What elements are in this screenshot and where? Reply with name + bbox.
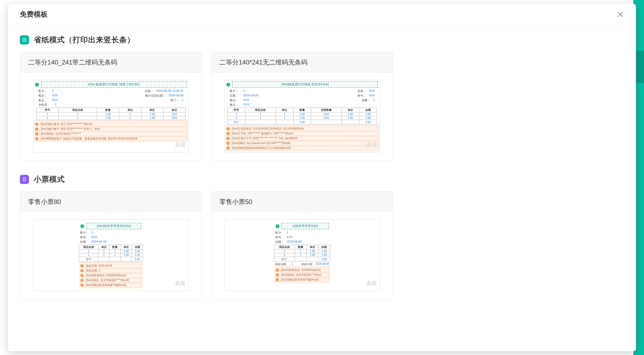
preview-title: [title]畅捷通打印模板 销货单[/title] [232, 81, 378, 88]
section-title: 小票模式 [34, 174, 65, 184]
template-card[interactable]: 零售小票50 1 e]销货单零售50[/ti 客户:1 单号:XXX 日期:20… [211, 191, 393, 299]
template-card[interactable]: 零售小票80 1 [title]销货单零售80[/title] 客户:1 单号:… [20, 191, 202, 299]
step-dot-icon: 1 [226, 83, 230, 86]
preview-title: [title] 畅捷通打印模板 销售订单[/title] [41, 81, 187, 88]
template-preview: 1 [title]畅捷通打印模板 销货单[/title] 客户：1仓库：XXX … [224, 80, 380, 153]
preview-footer: 2[foot1]联系电话: 62430001[foot1] 3[foot2]地址… [274, 266, 330, 283]
watermark: 表尾 [366, 280, 377, 287]
template-preview: 1 [title] 畅捷通打印模板 销售订单[/title] 客户：1日期：20… [33, 80, 189, 153]
card-title: 二等分140*241无二维码无条码 [211, 52, 393, 73]
watermark: 表尾 [175, 280, 186, 287]
template-preview: 1 [title]销货单零售80[/title] 客户:1 单号:XXX 日期:… [33, 219, 189, 291]
paper-saving-icon [20, 35, 29, 44]
close-icon[interactable] [617, 11, 624, 18]
preview-table: 序号商品名称单位数量包装数量单价金额 1111.00XXX1.001.00 21… [227, 108, 377, 124]
step-dot-icon: 1 [80, 224, 84, 228]
preview-title: [title]销货单零售80[/title] [86, 223, 141, 229]
card-title: 零售小票80 [20, 192, 202, 212]
card-title: 二等分140_241带二维码无条码 [20, 52, 202, 73]
modal-body[interactable]: 省纸模式（打印出来竖长条） 二等分140_241带二维码无条码 1 [title… [8, 25, 636, 351]
template-card[interactable]: 二等分140*241无二维码无条码 1 [title]畅捷通打印模板 销货单[/… [211, 52, 393, 161]
section-receipt: 小票模式 [20, 174, 624, 184]
step-dot-icon: 1 [35, 83, 39, 86]
section-paper-saving: 省纸模式（打印出来竖长条） [20, 35, 624, 45]
card-title: 零售小票50 [211, 192, 393, 212]
receipt-icon [20, 175, 29, 184]
template-card[interactable]: 二等分140_241带二维码无条码 1 [title] 畅捷通打印模板 销售订单… [20, 52, 202, 161]
preview-footer: 1[foot1] 送货电话: 010-62430001 联系电话: 010-62… [225, 125, 380, 152]
section-title: 省纸模式（打印出来竖长条） [34, 35, 135, 45]
preview-table: 商品名称数量单价金额 111.001.00 111.001.00 合计:2.00 [274, 245, 330, 262]
preview-footer: 1[foot1]银行账号: 张三 6222***********[/foot1]… [33, 120, 188, 142]
preview-title: e]销货单零售50[/ti [282, 223, 329, 229]
modal-header: 免费模板 [8, 4, 636, 25]
watermark: 表尾 [175, 141, 186, 149]
modal-title: 免费模板 [20, 10, 48, 19]
preview-table: 序号商品名称数量单位单价备注 111.0011.00XXX 211.0011.0… [36, 108, 186, 120]
step-dot-icon: 1 [276, 224, 279, 228]
preview-table: 商品名称单位数量单价金额 1111.001.00 1111.001.00 合计2… [79, 245, 143, 262]
template-preview: 1 e]销货单零售50[/ti 客户:1 单号:XXX 日期:2019-04-0… [224, 219, 380, 291]
free-template-modal: 免费模板 省纸模式（打印出来竖长条） 二等分140_241带二维码无条码 1 [… [8, 4, 636, 351]
preview-footer: 2收款日期: 2019-04-09 3收款金额: 1 4[foot1]联系电话:… [79, 262, 143, 289]
